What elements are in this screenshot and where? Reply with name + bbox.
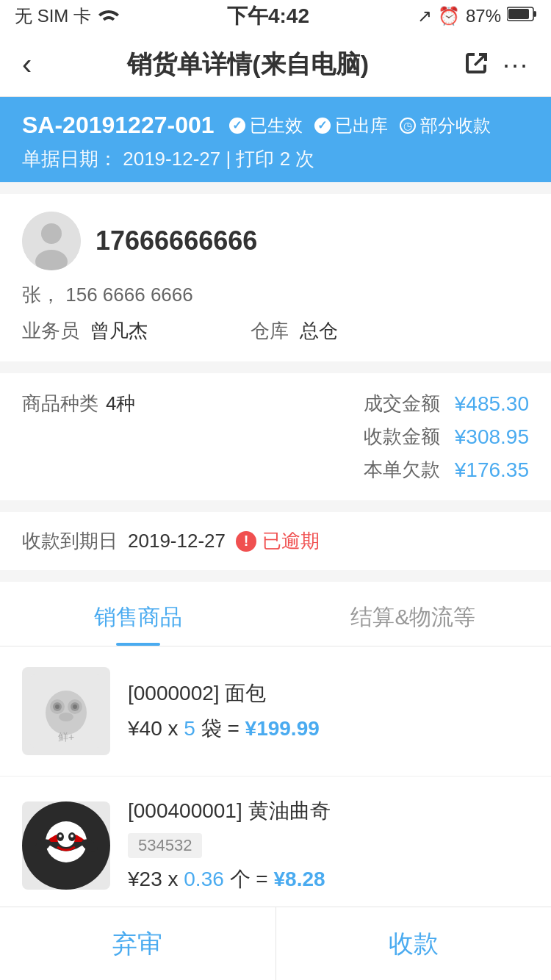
- header-banner: SA-20191227-001 ✓ 已生效 ✓ 已出库 ◷ 部分收款 单据日期：…: [0, 97, 551, 182]
- nav-bar: ‹ 销货单详情(来自电脑) ···: [0, 32, 551, 97]
- salesperson-meta: 业务员 曾凡杰: [22, 318, 148, 344]
- status-bar-time: 下午4:42: [227, 2, 309, 30]
- multiply-sign-bread: x: [168, 717, 184, 740]
- product-details-bread: [0000002] 面包 ¥40 x 5 袋 = ¥199.99: [128, 680, 529, 743]
- check-icon-shipped: ✓: [314, 118, 331, 134]
- deal-amount-value: ¥485.30: [455, 392, 529, 416]
- owed-value: ¥176.35: [455, 458, 529, 482]
- print-label: 打印: [236, 148, 274, 170]
- product-code-cookie: [000400001]: [128, 799, 242, 822]
- unit-cookie: 个: [230, 868, 251, 890]
- received-value: ¥308.95: [455, 425, 529, 449]
- customer-meta: 业务员 曾凡杰 仓库 总仓: [22, 318, 529, 344]
- banner-row2: 单据日期： 2019-12-27 | 打印 2 次: [22, 146, 529, 172]
- due-date-value: 2019-12-27: [128, 530, 226, 552]
- order-id: SA-20191227-001: [22, 112, 215, 139]
- status-bar: 无 SIM 卡 下午4:42 ↗ ⏰ 87%: [0, 0, 551, 32]
- customer-phone: 156 6666 6666: [65, 284, 193, 306]
- more-icon[interactable]: ···: [503, 49, 529, 80]
- wifi-icon: [98, 6, 119, 26]
- equals-cookie: =: [256, 868, 273, 890]
- tab-sales-goods[interactable]: 销售商品: [0, 582, 276, 646]
- print-count-value: 2: [280, 148, 290, 170]
- check-icon-active: ✓: [229, 118, 245, 134]
- cancel-review-label: 弃审: [112, 927, 162, 961]
- multiply-sign-cookie: x: [168, 868, 184, 890]
- product-name-cookie: [000400001] 黄油曲奇: [128, 797, 529, 825]
- received-label: 收款金额: [364, 424, 440, 450]
- product-title-cookie: 黄油曲奇: [248, 799, 331, 822]
- deal-amount-row: 成交金额 ¥485.30: [364, 391, 529, 417]
- product-types-value: 4种: [106, 391, 135, 417]
- quantity-bread: 5: [184, 717, 195, 740]
- svg-point-22: [71, 835, 73, 837]
- quantity-cookie: 0.36: [184, 868, 224, 890]
- products-section: 鲜+ [0000002] 面包 ¥40 x 5 袋 = ¥199.99: [0, 646, 551, 915]
- due-date-section: 收款到期日 2019-12-27 ! 已逾期: [0, 512, 551, 570]
- product-code-bread: [0000002]: [128, 682, 220, 705]
- avatar: [22, 212, 81, 270]
- battery-text: 87%: [466, 6, 501, 26]
- battery-icon: [507, 6, 536, 26]
- status-badge-shipped: ✓ 已出库: [314, 114, 388, 137]
- total-cookie: ¥8.28: [273, 868, 325, 890]
- svg-text:鲜+: 鲜+: [58, 731, 74, 743]
- page-title: 销货单详情(来自电脑): [127, 48, 369, 82]
- collect-payment-label: 收款: [389, 927, 439, 961]
- svg-point-4: [41, 223, 62, 244]
- status-badge-partial: ◷ 部分收款: [400, 114, 491, 137]
- tabs: 销售商品 结算&物流等: [0, 582, 551, 646]
- product-price-cookie: ¥23 x 0.36 个 = ¥8.28: [128, 865, 529, 893]
- status-bar-right: ↗ ⏰ 87%: [417, 6, 536, 26]
- cookie-image-icon: [22, 801, 110, 890]
- status-badge-active: ✓ 已生效: [229, 114, 303, 137]
- status-active-label: 已生效: [250, 114, 303, 137]
- separator: |: [226, 148, 236, 170]
- tab-settlement-label: 结算&物流等: [350, 605, 475, 629]
- product-types-row: 商品种类 4种: [22, 391, 135, 417]
- print-unit: 次: [295, 148, 314, 170]
- bottom-bar: 弃审 收款: [0, 907, 551, 980]
- product-title-bread: 面包: [225, 682, 266, 705]
- back-button[interactable]: ‹: [22, 48, 32, 81]
- product-price-bread: ¥40 x 5 袋 = ¥199.99: [128, 715, 529, 743]
- customer-row: 17666666666: [22, 212, 529, 270]
- carrier-text: 无 SIM 卡: [15, 4, 91, 28]
- summary-right: 成交金额 ¥485.30 收款金额 ¥308.95 本单欠款 ¥176.35: [364, 391, 529, 483]
- avatar-icon: [22, 212, 81, 270]
- unit-bread: 袋: [201, 717, 222, 740]
- customer-name-text: 张，: [22, 284, 60, 306]
- customer-user-id: 17666666666: [96, 226, 257, 256]
- tab-sales-goods-label: 销售商品: [94, 605, 182, 629]
- status-bar-left: 无 SIM 卡: [15, 4, 119, 28]
- share-icon[interactable]: [464, 50, 488, 79]
- price-cookie: ¥23: [128, 868, 162, 890]
- overdue-text: 已逾期: [262, 528, 320, 554]
- tab-settlement[interactable]: 结算&物流等: [276, 582, 551, 646]
- clock-icon: ◷: [400, 118, 416, 134]
- product-item-cookie: [000400001] 黄油曲奇 534532 ¥23 x 0.36 个 = ¥…: [0, 777, 551, 915]
- product-types-label: 商品种类: [22, 391, 98, 417]
- nav-left: ‹: [22, 48, 32, 81]
- product-details-cookie: [000400001] 黄油曲奇 534532 ¥23 x 0.36 个 = ¥…: [128, 797, 529, 893]
- salesperson-value: 曾凡杰: [90, 320, 148, 342]
- due-date-label: 收款到期日: [22, 528, 118, 554]
- svg-rect-2: [508, 9, 529, 19]
- svg-point-14: [59, 713, 73, 721]
- collect-payment-button[interactable]: 收款: [276, 907, 552, 980]
- owed-amount-row: 本单欠款 ¥176.35: [364, 457, 529, 483]
- overdue-icon: !: [236, 531, 256, 552]
- nav-right[interactable]: ···: [464, 49, 529, 80]
- price-bread: ¥40: [128, 717, 162, 740]
- location-icon: ↗: [417, 6, 432, 26]
- cancel-review-button[interactable]: 弃审: [0, 907, 276, 980]
- deal-amount-label: 成交金额: [364, 391, 440, 417]
- svg-point-12: [55, 705, 60, 709]
- customer-section: 17666666666 张， 156 6666 6666 业务员 曾凡杰 仓库 …: [0, 194, 551, 361]
- status-badges: ✓ 已生效 ✓ 已出库 ◷ 部分收款: [229, 114, 491, 137]
- summary-section: 商品种类 4种 成交金额 ¥485.30 收款金额 ¥308.95 本单欠款 ¥…: [0, 373, 551, 500]
- product-image-cookie: [22, 801, 110, 890]
- product-item: 鲜+ [0000002] 面包 ¥40 x 5 袋 = ¥199.99: [0, 646, 551, 777]
- alarm-icon: ⏰: [438, 6, 460, 26]
- order-date: 2019-12-27: [123, 148, 220, 170]
